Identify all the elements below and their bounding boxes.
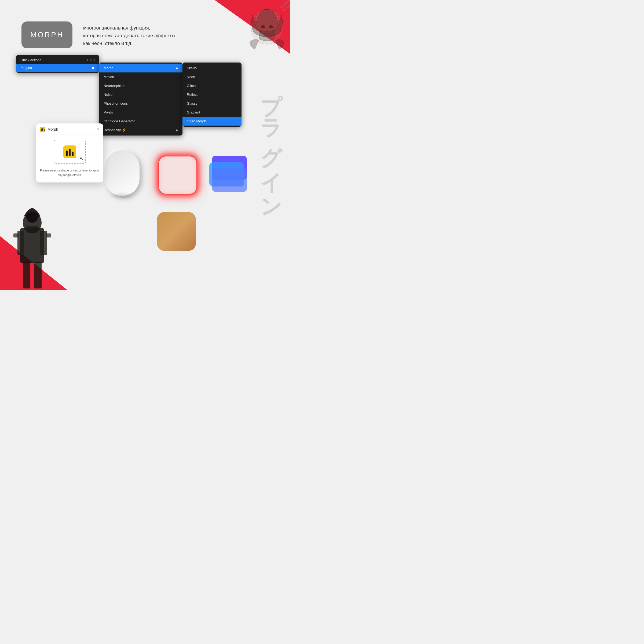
morph-option-reflect[interactable]: Reflect <box>182 90 241 99</box>
samurai-bl-graphic <box>5 196 59 290</box>
quick-actions-shortcut: Ctrl+/ <box>87 58 95 62</box>
shape-neon-red <box>158 156 197 195</box>
cursor-icon: ↖ <box>80 156 84 162</box>
plugin-item-phosphor[interactable]: Phosphor Icons <box>99 99 182 108</box>
plugin-item-neumorphism[interactable]: Neumorphism <box>99 81 182 90</box>
plugin-item-noise[interactable]: Noise <box>99 90 182 99</box>
svg-rect-18 <box>41 129 42 131</box>
morph-select-area: ↖ <box>54 140 86 164</box>
svg-rect-11 <box>34 262 42 288</box>
plugins-label: Plugins <box>20 66 32 70</box>
morph-bars-icon <box>65 147 75 157</box>
plugin-responsify-label: Responsify ⚡ <box>104 128 126 132</box>
svg-rect-19 <box>42 128 43 131</box>
svg-point-3 <box>269 25 273 28</box>
samurai-tr-graphic <box>217 0 290 72</box>
context-menu-main: Quick actions... Ctrl+/ Plugins ▶ <box>16 55 99 73</box>
morph-plugin-icon <box>40 127 45 132</box>
morph-plugin-dialog: Morph × ↖ Please select a shape or vecto… <box>36 123 103 182</box>
morph-option-neon[interactable]: Neon <box>182 72 241 81</box>
svg-rect-23 <box>72 152 74 156</box>
morph-option-open[interactable]: Open Morph <box>182 117 241 126</box>
svg-point-2 <box>261 25 265 28</box>
svg-rect-22 <box>69 149 71 156</box>
shape-capsule-shadow <box>109 192 136 200</box>
morph-hint-text: Please select a shape or vector layer to… <box>40 168 100 177</box>
morph-label-box: MORPH <box>21 21 72 48</box>
svg-rect-16 <box>13 233 19 237</box>
morph-dialog-header: Morph × <box>36 123 103 134</box>
shape-gradient-gold <box>157 212 196 251</box>
morph-arrow-icon: ▶ <box>176 66 178 70</box>
shape-neumorphic-capsule <box>105 150 140 196</box>
plugins-arrow-icon: ▶ <box>92 66 95 70</box>
description-line1: многоопциональная функция, <box>83 25 150 31</box>
svg-rect-20 <box>44 129 45 131</box>
morph-option-skeuo[interactable]: Skeuo <box>182 64 241 72</box>
svg-rect-21 <box>66 151 68 156</box>
glitch-layer-3 <box>212 168 247 192</box>
japanese-text-content: プラグイン <box>259 78 283 210</box>
svg-rect-10 <box>23 262 30 288</box>
svg-line-5 <box>283 5 290 11</box>
plugin-item-pixels[interactable]: Pixels <box>99 108 182 117</box>
plugin-item-morph[interactable]: Morph ▶ <box>99 64 182 72</box>
description-line2: которая помогает делать такие эффекты, <box>83 33 177 38</box>
menu-item-plugins[interactable]: Plugins ▶ <box>16 64 99 72</box>
plugin-pixels-label: Pixels <box>104 110 113 114</box>
menu-item-quick-actions[interactable]: Quick actions... Ctrl+/ <box>16 56 99 64</box>
plugin-neumorphism-label: Neumorphism <box>104 84 125 88</box>
morph-option-gradient[interactable]: Gradient <box>182 108 241 117</box>
plugin-item-qr[interactable]: QR Code Generator <box>99 117 182 126</box>
samurai-tr-image <box>217 0 290 72</box>
morph-description: многоопциональная функция, которая помог… <box>83 24 177 47</box>
morph-icon-bars <box>41 127 45 131</box>
morph-close-button[interactable]: × <box>97 127 100 132</box>
japanese-text: プラグイン <box>260 78 282 210</box>
morph-options-submenu: Skeuo Neon Glitch Reflect Glassy Gradien… <box>182 63 241 127</box>
svg-rect-17 <box>46 233 51 237</box>
morph-label-text: MORPH <box>30 31 64 39</box>
morph-yellow-icon <box>63 145 76 158</box>
plugin-phosphor-label: Phosphor Icons <box>104 101 128 105</box>
plugins-submenu: Morph ▶ Motion Neumorphism Noise Phospho… <box>99 63 182 136</box>
plugin-noise-label: Noise <box>104 93 112 97</box>
samurai-bl-image <box>5 196 59 290</box>
context-menu-area: Quick actions... Ctrl+/ Plugins ▶ Morph … <box>16 55 99 73</box>
description-line3: как неон, стекло и т.д. <box>83 41 133 46</box>
morph-option-glassy[interactable]: Glassy <box>182 99 241 108</box>
quick-actions-label: Quick actions... <box>20 58 44 62</box>
plugin-item-motion[interactable]: Motion <box>99 72 182 81</box>
morph-option-glitch[interactable]: Glitch <box>182 81 241 90</box>
plugin-item-responsify[interactable]: Responsify ⚡ ▶ <box>99 126 182 134</box>
plugin-qr-label: QR Code Generator <box>104 119 135 123</box>
responsify-arrow-icon: ▶ <box>176 128 178 132</box>
morph-dialog-title-row: Morph <box>40 127 58 132</box>
morph-dialog-title: Morph <box>47 127 58 131</box>
morph-dialog-body: ↖ Please select a shape or vector layer … <box>36 134 103 182</box>
plugin-motion-label: Motion <box>104 75 114 79</box>
svg-line-4 <box>280 0 290 8</box>
plugin-morph-label: Morph <box>104 66 114 70</box>
shape-glitch-blue <box>209 156 247 191</box>
